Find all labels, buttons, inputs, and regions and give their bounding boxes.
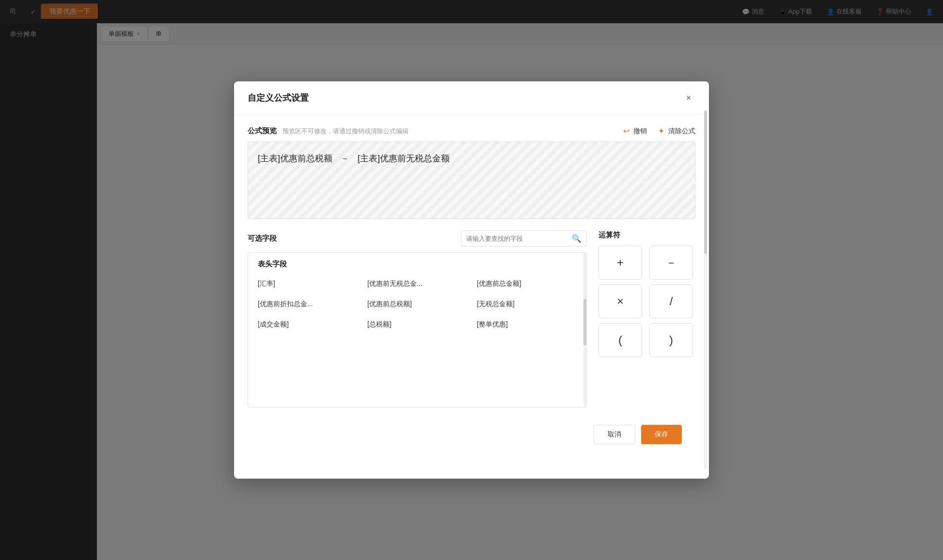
field-item-2[interactable]: [优惠前总金额] bbox=[472, 274, 582, 294]
operators-section: 运算符 + － × / ( ) bbox=[598, 231, 695, 407]
operators-grid: + － × / ( ) bbox=[598, 246, 695, 357]
field-item-3[interactable]: [优惠前折扣总金... bbox=[253, 294, 362, 314]
field-item-4[interactable]: [优惠前总税额] bbox=[362, 294, 472, 314]
formula-preview-hint: 预览区不可修改，请通过撤销或清除公式编辑 bbox=[283, 127, 409, 136]
modal-body: 公式预览 预览区不可修改，请通过撤销或清除公式编辑 ↩ 撤销 ✦ 清除公式 [主… bbox=[234, 115, 709, 464]
field-item-0[interactable]: [汇率] bbox=[253, 274, 362, 294]
fields-search-input[interactable] bbox=[466, 235, 568, 242]
formula-preview-label: 公式预览 bbox=[248, 126, 277, 136]
operator-divide-button[interactable]: / bbox=[649, 284, 693, 318]
clear-label: 清除公式 bbox=[668, 127, 695, 136]
cancel-button[interactable]: 取消 bbox=[594, 425, 635, 444]
formula-header-right: ↩ 撤销 ✦ 清除公式 bbox=[622, 127, 695, 136]
undo-button[interactable]: ↩ 撤销 bbox=[622, 127, 647, 136]
operator-open-paren-button[interactable]: ( bbox=[598, 323, 642, 357]
operator-multiply-button[interactable]: × bbox=[598, 284, 642, 318]
clear-icon: ✦ bbox=[657, 127, 665, 136]
fields-operators-row: 可选字段 🔍 表头字段 [汇率] [优惠前无税总金... [优惠前总金额] [优… bbox=[248, 231, 695, 407]
modal-dialog: 自定义公式设置 × 公式预览 预览区不可修改，请通过撤销或清除公式编辑 ↩ 撤销… bbox=[234, 81, 709, 479]
fields-group-title: 表头字段 bbox=[248, 253, 586, 274]
fields-section: 可选字段 🔍 表头字段 [汇率] [优惠前无税总金... [优惠前总金额] [优… bbox=[248, 231, 587, 407]
clear-formula-button[interactable]: ✦ 清除公式 bbox=[657, 127, 695, 136]
formula-part2: [主表]优惠前无税总金额 bbox=[358, 154, 450, 163]
fields-scrollbar-thumb bbox=[583, 299, 586, 345]
undo-label: 撤销 bbox=[633, 127, 647, 136]
save-button[interactable]: 保存 bbox=[641, 425, 682, 444]
modal-scrollbar[interactable] bbox=[704, 110, 707, 469]
formula-operator: － bbox=[341, 154, 349, 163]
formula-expression: [主表]优惠前总税额 － [主表]优惠前无税总金额 bbox=[258, 152, 450, 166]
formula-header: 公式预览 预览区不可修改，请通过撤销或清除公式编辑 ↩ 撤销 ✦ 清除公式 bbox=[248, 126, 695, 136]
fields-grid: [汇率] [优惠前无税总金... [优惠前总金额] [优惠前折扣总金... [优… bbox=[248, 274, 586, 340]
modal-header: 自定义公式设置 × bbox=[234, 81, 709, 115]
field-item-5[interactable]: [无税总金额] bbox=[472, 294, 582, 314]
fields-scrollbar[interactable] bbox=[583, 253, 586, 407]
fields-box: 表头字段 [汇率] [优惠前无税总金... [优惠前总金额] [优惠前折扣总金.… bbox=[248, 252, 587, 407]
operators-label: 运算符 bbox=[598, 231, 695, 240]
formula-part1: [主表]优惠前总税额 bbox=[258, 154, 332, 163]
fields-header: 可选字段 🔍 bbox=[248, 231, 587, 247]
modal-footer: 取消 保存 bbox=[248, 417, 695, 452]
operator-close-paren-button[interactable]: ) bbox=[649, 323, 693, 357]
field-item-8[interactable]: [整单优惠] bbox=[472, 314, 582, 335]
field-item-6[interactable]: [成交金额] bbox=[253, 314, 362, 335]
undo-icon: ↩ bbox=[622, 127, 630, 136]
operator-plus-button[interactable]: + bbox=[598, 246, 642, 280]
field-item-1[interactable]: [优惠前无税总金... bbox=[362, 274, 472, 294]
modal-close-button[interactable]: × bbox=[682, 91, 695, 105]
fields-section-label: 可选字段 bbox=[248, 234, 277, 243]
operator-minus-button[interactable]: － bbox=[649, 246, 693, 280]
modal-scrollbar-thumb bbox=[704, 110, 707, 254]
formula-header-left: 公式预览 预览区不可修改，请通过撤销或清除公式编辑 bbox=[248, 126, 409, 136]
formula-preview-box: [主表]优惠前总税额 － [主表]优惠前无税总金额 bbox=[248, 141, 695, 219]
fields-search-box[interactable]: 🔍 bbox=[461, 231, 587, 247]
modal-title: 自定义公式设置 bbox=[248, 92, 309, 104]
search-icon: 🔍 bbox=[572, 234, 582, 243]
field-item-7[interactable]: [总税额] bbox=[362, 314, 472, 335]
